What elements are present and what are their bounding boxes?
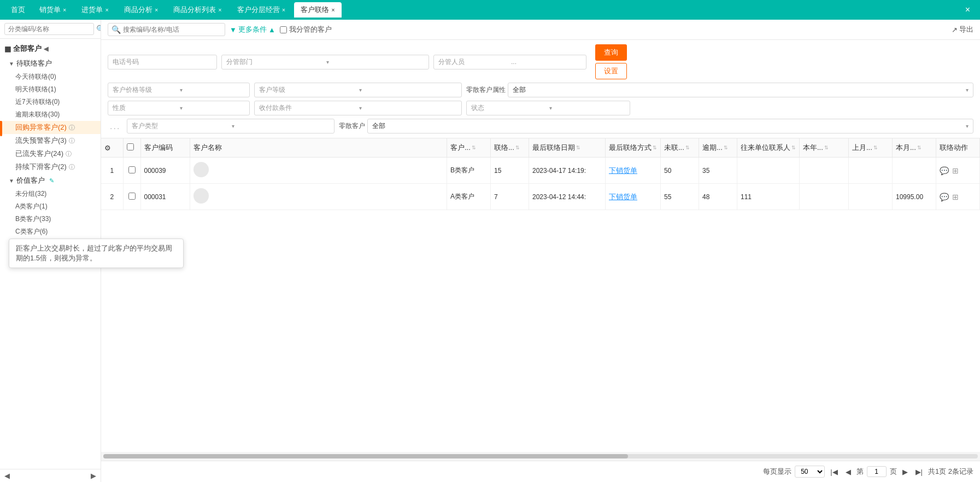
sidebar-item-today[interactable]: 今天待联络(0) xyxy=(0,71,101,83)
manager-filter[interactable]: 分管人员 ... xyxy=(433,55,586,69)
nav-tab-sales[interactable]: 销货单 × xyxy=(33,2,73,18)
nav-tab-analysis[interactable]: 商品分析 × xyxy=(118,2,165,18)
th-settings[interactable]: ⚙ xyxy=(101,138,123,158)
value-customers-label: 价值客户 xyxy=(16,176,45,185)
sidebar-bottom: ◀ ▶ xyxy=(0,469,101,482)
pending-contact-label: 待联络客户 xyxy=(16,59,52,68)
prev-page-btn[interactable]: ◀ xyxy=(843,467,853,477)
sidebar-left-arrow[interactable]: ◀ xyxy=(4,472,10,480)
sidebar-item-ungroup[interactable]: 未分组(32) xyxy=(0,188,101,200)
close-icon[interactable]: × xyxy=(218,7,221,13)
phone-filter[interactable]: 电话号码 xyxy=(108,55,217,69)
cust-level-filter[interactable]: 客户等级 ▾ xyxy=(254,83,462,97)
sidebar-item-b-class[interactable]: B类客户(33) xyxy=(0,213,101,225)
my-customers-checkbox[interactable] xyxy=(280,26,287,33)
th-partner-inner: 往来单位联系人 ⇅ xyxy=(741,143,796,153)
select-all-checkbox[interactable] xyxy=(127,143,134,150)
nav-home-tab[interactable]: 首页 xyxy=(5,5,31,15)
row-checkbox[interactable] xyxy=(128,166,136,173)
horizontal-scrollbar[interactable] xyxy=(101,452,980,461)
pending-contact-section[interactable]: ▼ 待联络客户 xyxy=(0,56,101,71)
close-icon[interactable]: × xyxy=(105,7,108,13)
close-icon[interactable]: × xyxy=(63,7,66,13)
my-customers-label: 我分管的客户 xyxy=(289,25,332,34)
retail-cust-label: 零散客户 xyxy=(339,121,365,131)
th-unlinked-label: 未联... xyxy=(664,143,684,153)
close-icon[interactable]: × xyxy=(331,7,335,13)
chat-icon[interactable]: 💬 xyxy=(940,193,949,201)
nav-tab-customer-contact[interactable]: 客户联络 × xyxy=(294,2,341,18)
row-thismonth xyxy=(893,158,936,184)
price-level-filter[interactable]: 客户价格等级 ▾ xyxy=(108,83,250,97)
sidebar-item-c-class[interactable]: C类客户(6) xyxy=(0,225,101,238)
th-partner-label: 往来单位联系人 xyxy=(741,143,790,153)
sidebar-right-arrow[interactable]: ▶ xyxy=(91,472,96,480)
row-checkbox[interactable] xyxy=(128,193,136,200)
th-checkbox[interactable] xyxy=(123,138,140,158)
nav-tab-customer-tier[interactable]: 客户分层经营 × xyxy=(231,2,292,18)
nav-tab-analysis-list[interactable]: 商品分析列表 × xyxy=(167,2,228,18)
query-button[interactable]: 查询 xyxy=(595,44,627,61)
tooltip-text: 距客户上次交易时长，超过了此客户的平均交易周期的1.5倍，则视为异常。 xyxy=(16,244,172,262)
sidebar-item-declining[interactable]: 持续下滑客户(2) ⓘ xyxy=(0,160,101,173)
th-lastmonth-label: 上月... xyxy=(852,143,872,153)
status-label: 状态 xyxy=(471,103,547,113)
search-input[interactable] xyxy=(123,26,221,33)
retail-attr-select[interactable]: 全部 ▾ xyxy=(508,83,973,97)
more-icon[interactable]: ... xyxy=(509,58,582,66)
next-page-btn[interactable]: ▶ xyxy=(900,467,910,477)
sidebar-item-tomorrow[interactable]: 明天待联络(1) xyxy=(0,83,101,96)
sidebar-item-churned[interactable]: 已流失客户(24) ⓘ xyxy=(0,147,101,160)
close-icon[interactable]: × xyxy=(282,7,285,13)
lastway-link[interactable]: 下销货单 xyxy=(609,166,637,175)
lastway-link[interactable]: 下销货单 xyxy=(609,193,637,201)
th-contact-inner: 联络... ⇅ xyxy=(494,143,525,153)
page-number-input[interactable] xyxy=(867,466,887,477)
row-name xyxy=(190,184,447,210)
sidebar-search-icon[interactable]: 🔍 xyxy=(96,25,101,33)
row-lastway[interactable]: 下销货单 xyxy=(606,158,661,184)
first-page-btn[interactable]: |◀ xyxy=(828,467,840,477)
phone-label: 电话号码 xyxy=(113,57,212,67)
window-close-icon[interactable]: × xyxy=(961,5,975,15)
my-customers-checkbox-area[interactable]: 我分管的客户 xyxy=(280,25,332,34)
close-icon[interactable]: × xyxy=(155,7,158,13)
chat-icon[interactable]: 💬 xyxy=(940,166,949,175)
gender-filter[interactable]: 性质 ▾ xyxy=(108,101,250,115)
chevron-down-icon: ▾ xyxy=(966,87,969,93)
payment-filter[interactable]: 收付款条件 ▾ xyxy=(254,101,462,115)
row-checkbox-cell xyxy=(123,158,140,184)
grid-icon[interactable]: ⊞ xyxy=(952,166,959,175)
more-conditions-btn[interactable]: ▼ 更多条件 ▲ xyxy=(230,25,275,34)
nav-tab-purchase[interactable]: 进货单 × xyxy=(75,2,115,18)
sort-icon: ⇅ xyxy=(576,145,580,150)
per-page-select[interactable]: 50 100 xyxy=(795,466,825,478)
value-customers-section[interactable]: ▼ 价值客户 ✎ xyxy=(0,173,101,188)
sidebar-item-churn-warning[interactable]: 流失预警客户(3) ⓘ xyxy=(0,134,101,147)
all-customers-header[interactable]: ▦ 全部客户 ◀ xyxy=(0,41,101,56)
filter-icon: ▼ xyxy=(230,26,237,34)
last-page-btn[interactable]: ▶| xyxy=(913,467,925,477)
more-dots[interactable]: ... xyxy=(108,121,122,131)
scrollbar-thumb[interactable] xyxy=(103,454,628,458)
cust-type-filter[interactable]: 客户类型 ▾ xyxy=(127,119,335,133)
dept-filter[interactable]: 分管部门 ▾ xyxy=(221,55,429,69)
row-type: B类客户 xyxy=(447,158,491,184)
sidebar-item-overdue[interactable]: 逾期未联络(30) xyxy=(0,108,101,121)
sidebar-item-7days[interactable]: 近7天待联络(0) xyxy=(0,96,101,108)
export-btn[interactable]: ↗ 导出 xyxy=(952,25,973,34)
sidebar-item-a-class[interactable]: A类客户(1) xyxy=(0,200,101,213)
settings-button[interactable]: 设置 xyxy=(595,63,627,79)
th-lastway-inner: 最后联络方式 ⇅ xyxy=(609,143,657,153)
sidebar-item-abnormal-repurchase[interactable]: 回购异常客户(2) ⓘ xyxy=(0,121,101,134)
status-filter[interactable]: 状态 ▾ xyxy=(466,101,630,115)
edit-icon[interactable]: ✎ xyxy=(49,177,54,184)
settings-gear-icon[interactable]: ⚙ xyxy=(104,144,111,152)
row-lastway[interactable]: 下销货单 xyxy=(606,184,661,210)
grid-icon[interactable]: ⊞ xyxy=(952,193,959,201)
sidebar-search-input[interactable] xyxy=(4,23,94,35)
sort-icon: ⇅ xyxy=(917,145,922,150)
collapse-icon[interactable]: ◀ xyxy=(44,45,48,53)
retail-cust-select[interactable]: 全部 ▾ xyxy=(367,119,973,133)
th-code-label: 客户编码 xyxy=(144,143,173,153)
